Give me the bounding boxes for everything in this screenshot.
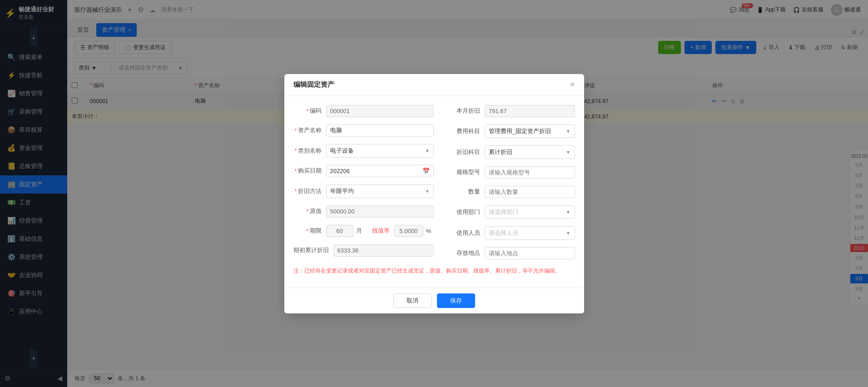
use-person-select[interactable]: 请选择人员 ▼: [485, 226, 575, 240]
form-row-quantity: 数量: [452, 186, 575, 198]
form-row-code: * 编码: [293, 105, 434, 117]
form-row-initial-accumulated: 期初累计折旧: [293, 244, 434, 257]
modal-header: 编辑固定资产 ×: [284, 74, 584, 96]
expense-subject-dropdown-icon: ▼: [566, 129, 571, 134]
modal-title: 编辑固定资产: [293, 80, 334, 89]
edit-asset-modal: 编辑固定资产 × * 编码 * 资产名称: [284, 74, 584, 313]
form-row-category: * 类别名称 电子设备 ▼: [293, 144, 434, 158]
form-row-depreciation-method: * 折旧方法 年限平均 ▼: [293, 184, 434, 198]
modal-footer: 取消 保存: [284, 288, 584, 313]
form-row-expense-subject: 费用科目 管理费用_固定资产折旧 ▼: [452, 124, 575, 138]
spec-model-label: 规格型号: [452, 168, 485, 176]
residual-rate-label: 残值率: [369, 227, 392, 235]
depreciation-subject-label: 折旧科目: [452, 148, 485, 156]
form-row-monthly-depreciation: 本月折旧: [452, 105, 575, 117]
use-person-label: 使用人员: [452, 229, 485, 237]
modal-note: 注：已经存在变更记录或者对应固定资产已经生成凭证，原值、购买日期、残值率、累计折…: [293, 267, 575, 275]
asset-name-label: * 资产名称: [293, 126, 326, 134]
storage-location-label: 存放地点: [452, 249, 485, 257]
category-select[interactable]: 电子设备 ▼: [326, 144, 434, 158]
depreciation-subject-select[interactable]: 累计折旧 ▼: [485, 145, 575, 159]
use-dept-label: 使用部门: [452, 208, 485, 216]
depreciation-method-dropdown-icon: ▼: [425, 189, 430, 194]
form-row-purchase-date: * 购买日期 202206 📅: [293, 165, 434, 177]
period-input[interactable]: [326, 225, 353, 237]
form-row-spec-model: 规格型号: [452, 166, 575, 179]
use-person-dropdown-icon: ▼: [566, 230, 571, 236]
period-unit: 月: [353, 227, 365, 235]
quantity-label: 数量: [452, 188, 485, 196]
modal-right-col: 本月折旧 费用科目 管理费用_固定资产折旧 ▼ 折旧科目 累计折旧: [452, 105, 575, 267]
storage-location-input[interactable]: [485, 247, 575, 259]
form-row-storage-location: 存放地点: [452, 247, 575, 259]
purchase-date-label: * 购买日期: [293, 167, 326, 175]
modal-body: * 编码 * 资产名称 * 类别名称: [284, 96, 584, 288]
cancel-button[interactable]: 取消: [393, 293, 432, 308]
form-row-original-value: * 原值: [293, 205, 434, 218]
initial-accumulated-label: 期初累计折旧: [293, 246, 333, 254]
monthly-depreciation-label: 本月折旧: [452, 107, 485, 115]
use-dept-dropdown-icon: ▼: [566, 209, 571, 215]
residual-rate-unit: %: [423, 228, 434, 234]
use-dept-select[interactable]: 请选择部门 ▼: [485, 205, 575, 219]
form-row-use-dept: 使用部门 请选择部门 ▼: [452, 205, 575, 219]
residual-rate-input[interactable]: [394, 225, 423, 237]
original-value-input[interactable]: [326, 205, 434, 218]
code-input[interactable]: [326, 105, 434, 117]
save-button[interactable]: 保存: [437, 293, 475, 308]
purchase-date-input[interactable]: 202206 📅: [326, 165, 434, 177]
depreciation-subject-dropdown-icon: ▼: [566, 149, 571, 155]
expense-subject-select[interactable]: 管理费用_固定资产折旧 ▼: [485, 124, 575, 138]
modal-close-btn[interactable]: ×: [570, 80, 575, 89]
initial-accumulated-input: [333, 244, 434, 257]
depreciation-method-label: * 折旧方法: [293, 187, 326, 195]
spec-model-input[interactable]: [485, 166, 575, 179]
code-label: * 编码: [293, 107, 326, 115]
modal-overlay: 编辑固定资产 × * 编码 * 资产名称: [0, 0, 868, 387]
form-row-period: * 期限 月 残值率 %: [293, 225, 434, 237]
category-label: * 类别名称: [293, 147, 326, 155]
depreciation-method-select[interactable]: 年限平均 ▼: [326, 184, 434, 198]
period-label: * 期限: [293, 227, 326, 235]
expense-subject-label: 费用科目: [452, 127, 485, 135]
form-row-depreciation-subject: 折旧科目 累计折旧 ▼: [452, 145, 575, 159]
form-row-use-person: 使用人员 请选择人员 ▼: [452, 226, 575, 240]
modal-left-col: * 编码 * 资产名称 * 类别名称: [293, 105, 434, 267]
form-row-asset-name: * 资产名称: [293, 124, 434, 137]
original-value-label: * 原值: [293, 207, 326, 215]
quantity-input[interactable]: [485, 186, 575, 198]
asset-name-input[interactable]: [326, 124, 434, 137]
category-dropdown-icon: ▼: [425, 148, 430, 154]
monthly-depreciation-input: [485, 105, 575, 117]
calendar-icon[interactable]: 📅: [422, 168, 430, 174]
